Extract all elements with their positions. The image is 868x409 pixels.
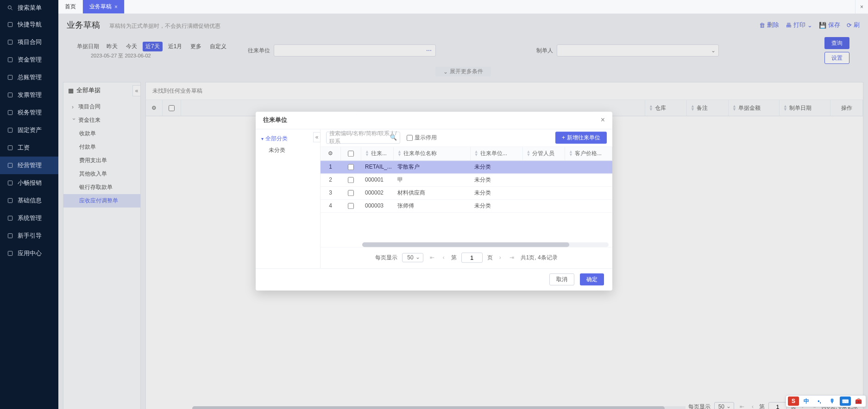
ime-bar[interactable]: S 中 •, 🎙 ⌨ 🧰: [786, 395, 866, 407]
row-name: 张师傅: [394, 200, 471, 212]
modal-pager-prev[interactable]: ‹: [441, 254, 447, 261]
svg-rect-3: [8, 40, 12, 44]
modal-search-placeholder: 搜索编码/名称/简称/联系人/联系: [329, 130, 397, 145]
search-icon[interactable]: 🔍: [390, 134, 397, 141]
close-icon[interactable]: ×: [114, 4, 118, 10]
row-checkbox[interactable]: [348, 203, 354, 209]
sidebar-item-xiaochang[interactable]: 小畅报销: [0, 174, 58, 192]
sidebar-item-projcontract[interactable]: 项目合同: [0, 33, 58, 51]
modal-th-name[interactable]: ▲▼往来单位名称: [394, 147, 471, 160]
table-row[interactable]: 4000003张师傅未分类: [321, 200, 612, 213]
sidebar-item-assets[interactable]: 固定资产: [0, 121, 58, 139]
modal-category-root[interactable]: 全部分类: [260, 133, 315, 145]
sidebar-item-system[interactable]: 系统管理: [0, 209, 58, 227]
modal-th-code[interactable]: ▲▼往来...: [361, 147, 394, 160]
sort-icon: ▲▼: [527, 150, 531, 157]
modal-left-collapse[interactable]: «: [313, 132, 321, 142]
modal-th-cat[interactable]: ▲▼往来单位...: [471, 147, 523, 160]
row-cat: 未分类: [471, 200, 523, 212]
row-no: 1: [321, 161, 341, 173]
tab-active[interactable]: 业务草稿 ×: [83, 0, 125, 13]
sidebar-item-tax[interactable]: 税务管理: [0, 104, 58, 121]
sidebar-item-label: 发票管理: [18, 91, 42, 99]
modal-pager-next[interactable]: ›: [497, 254, 503, 261]
modal-category-panel: « 全部分类 未分类: [256, 129, 321, 268]
modal-close[interactable]: ×: [601, 116, 605, 124]
modal-th-price[interactable]: ▲▼客户价格...: [565, 147, 612, 160]
ime-lang-toggle[interactable]: 中: [801, 396, 812, 406]
row-checkbox[interactable]: [348, 164, 354, 170]
modal-pager-last[interactable]: ⇥: [508, 254, 516, 261]
row-checkbox-cell[interactable]: [341, 200, 361, 212]
sidebar-item-label: 基础信息: [18, 196, 42, 205]
row-no: 4: [321, 200, 341, 212]
sidebar-item-label: 系统管理: [18, 214, 42, 222]
row-assign: [523, 200, 565, 212]
cancel-button[interactable]: 取消: [549, 273, 574, 285]
sidebar-item-guide[interactable]: 新手引导: [0, 227, 58, 245]
tabs-close-all[interactable]: ×: [855, 0, 868, 13]
sidebar-item-ledger[interactable]: 总账管理: [0, 69, 58, 86]
row-name: 零散客户: [394, 161, 471, 173]
sidebar-item-label: 应用中心: [18, 249, 42, 258]
row-checkbox-cell[interactable]: [341, 187, 361, 199]
table-row[interactable]: 1RETAIL_...零散客户未分类: [321, 161, 612, 174]
sidebar-item-invoice[interactable]: 发票管理: [0, 86, 58, 104]
salary-icon: [6, 144, 14, 151]
sidebar-item-appcenter[interactable]: 应用中心: [0, 245, 58, 262]
ime-keyboard-icon[interactable]: ⌨: [840, 396, 851, 406]
row-code: 000001: [361, 174, 394, 186]
tab-home[interactable]: 首页: [58, 0, 83, 13]
ime-logo-icon[interactable]: S: [788, 396, 799, 406]
sidebar-search-label: 搜索菜单: [18, 4, 42, 12]
modal-pager-page-before: 第: [451, 254, 457, 262]
sidebar-item-base[interactable]: 基础信息: [0, 192, 58, 209]
modal-th-check[interactable]: [341, 147, 361, 160]
row-checkbox-cell[interactable]: [341, 161, 361, 173]
sidebar-item-quicknav[interactable]: 快捷导航: [0, 16, 58, 33]
sort-icon: ▲▼: [397, 150, 402, 157]
ok-button[interactable]: 确定: [580, 273, 604, 285]
modal-hscrollbar[interactable]: [362, 242, 609, 247]
row-price: [565, 187, 612, 199]
add-partner-button[interactable]: + 新增往来单位: [555, 132, 607, 144]
modal-pager-first[interactable]: ⇤: [428, 254, 436, 261]
ime-punct-icon[interactable]: •,: [814, 396, 825, 406]
row-cat: 未分类: [471, 161, 523, 173]
sort-icon: ▲▼: [365, 150, 369, 157]
table-row[interactable]: 3000002材料供应商未分类: [321, 187, 612, 200]
row-checkbox[interactable]: [348, 177, 354, 183]
svg-rect-6: [8, 93, 12, 97]
modal-search-input[interactable]: 搜索编码/名称/简称/联系人/联系 🔍: [326, 132, 400, 144]
modal-th-assign[interactable]: ▲▼分管人员: [523, 147, 565, 160]
modal-pager-page-input[interactable]: [461, 252, 483, 263]
table-row[interactable]: 2000001甲未分类: [321, 174, 612, 187]
ime-mic-icon[interactable]: 🎙: [827, 396, 838, 406]
ime-tools-icon[interactable]: 🧰: [853, 396, 864, 406]
sidebar-item-salary[interactable]: 工资: [0, 139, 58, 157]
row-price: [565, 174, 612, 186]
tab-active-label: 业务草稿: [89, 3, 112, 11]
modal-per-page-select[interactable]: 50: [402, 253, 423, 262]
row-checkbox[interactable]: [348, 190, 354, 196]
sort-icon: ▲▼: [474, 150, 478, 157]
svg-rect-13: [8, 216, 12, 220]
show-disabled-checkbox[interactable]: 显示停用: [407, 134, 437, 142]
modal-th-gear[interactable]: ⚙: [321, 147, 341, 160]
xiaochang-icon: [6, 179, 14, 187]
svg-rect-15: [8, 251, 12, 255]
modal-category-uncat[interactable]: 未分类: [260, 145, 315, 156]
modal-select-all[interactable]: [348, 151, 354, 157]
sidebar-item-label: 税务管理: [18, 108, 42, 117]
modal-tools: 搜索编码/名称/简称/联系人/联系 🔍 显示停用 + 新增往来单位: [321, 129, 612, 147]
modal-pager-page-after: 页: [487, 254, 493, 262]
base-icon: [6, 197, 14, 204]
modal-hscroll-thumb[interactable]: [362, 242, 569, 247]
sidebar-item-funds[interactable]: 资金管理: [0, 51, 58, 69]
sidebar-item-operation[interactable]: 经营管理: [0, 157, 58, 174]
sidebar-search[interactable]: 搜索菜单: [0, 0, 58, 16]
modal-thead: ⚙ ▲▼往来... ▲▼往来单位名称 ▲▼往来单位... ▲▼分管人员 ▲▼客户…: [321, 147, 612, 161]
sidebar: 搜索菜单 快捷导航项目合同资金管理总账管理发票管理税务管理固定资产工资经营管理小…: [0, 0, 58, 409]
row-checkbox-cell[interactable]: [341, 174, 361, 186]
tax-icon: [6, 109, 14, 116]
